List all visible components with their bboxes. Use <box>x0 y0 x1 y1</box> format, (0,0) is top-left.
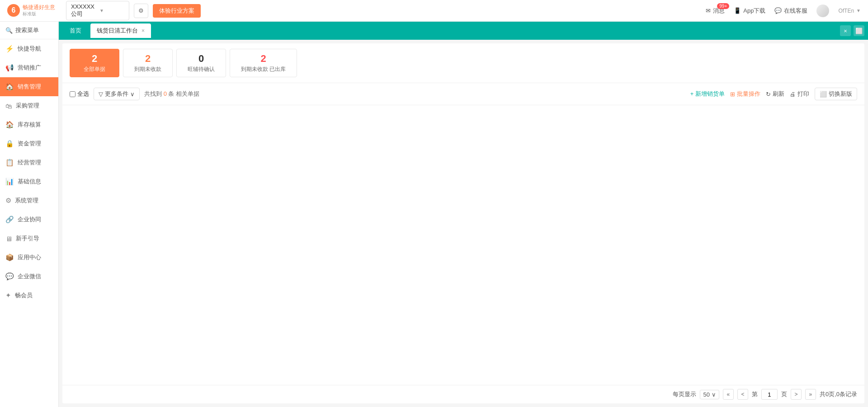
sidebar-item-app-center[interactable]: 📦 应用中心 <box>0 248 58 267</box>
sidebar-item-sales[interactable]: 🏠 销售管理 <box>0 77 58 96</box>
sidebar-item-guide[interactable]: 🖥 新手引导 <box>0 229 58 248</box>
app-download-action[interactable]: 📱 App下载 <box>734 7 765 15</box>
app-download-label: App下载 <box>743 7 765 15</box>
sidebar-label-member: 畅会员 <box>15 291 33 299</box>
filter-icon: ▽ <box>99 91 103 98</box>
page-input[interactable] <box>761 389 778 400</box>
sidebar-item-base-info[interactable]: 📊 基础信息 <box>0 172 58 191</box>
refresh-icon: ↻ <box>766 91 771 98</box>
header-right: ✉ 消息 99+ 📱 App下载 💬 在线客服 OfTEn ▼ <box>706 5 861 17</box>
sidebar-label-app-center: 应用中心 <box>18 253 41 262</box>
toolbar-right: + 新增销货单 ⊞ 批量操作 ↻ 刷新 🖨 打印 ⬜ <box>690 88 857 100</box>
result-text: 共找到 0 条 相关单据 <box>144 90 199 98</box>
tab-close-btn[interactable]: × <box>142 28 145 34</box>
online-service-action[interactable]: 💬 在线客服 <box>774 7 807 15</box>
stat-label-overdue-shipped: 到期未收款 已出库 <box>241 65 286 73</box>
main-content: 首页 钱货日清工作台 × × ⬜ 2 全部单据 2 到期未收款 <box>59 22 868 407</box>
sidebar-item-quick-nav[interactable]: ⚡ 快捷导航 <box>0 39 58 58</box>
sidebar-label-inventory: 库存核算 <box>18 121 41 129</box>
prev-page-btn[interactable]: < <box>737 389 748 400</box>
filter-arrow-icon: ∨ <box>130 91 135 98</box>
sidebar-label-quick-nav: 快捷导航 <box>18 45 41 53</box>
stat-label-pending: 旺辅待确认 <box>188 65 215 73</box>
sidebar-item-system[interactable]: ⚙ 系统管理 <box>0 191 58 210</box>
page-size-value: 50 <box>703 391 709 398</box>
sidebar-item-inventory[interactable]: 🏠 库存核算 <box>0 115 58 134</box>
message-action[interactable]: ✉ 消息 99+ <box>706 7 725 15</box>
sidebar-item-operations[interactable]: 📋 经营管理 <box>0 153 58 172</box>
industry-btn[interactable]: 体验行业方案 <box>153 4 201 18</box>
stat-card-overdue[interactable]: 2 到期未收款 <box>123 49 173 77</box>
stats-row: 2 全部单据 2 到期未收款 0 旺辅待确认 2 到期未收款 已出库 <box>62 43 864 83</box>
refresh-btn[interactable]: ↻ 刷新 <box>766 90 784 98</box>
batch-ops-btn[interactable]: ⊞ 批量操作 <box>730 90 760 98</box>
member-icon: ✦ <box>5 291 11 299</box>
result-unit: 条 <box>168 90 174 97</box>
sidebar-item-marketing[interactable]: 📢 营销推广 <box>0 58 58 77</box>
tab-actions: × ⬜ <box>840 25 864 36</box>
sidebar-item-member[interactable]: ✦ 畅会员 <box>0 286 58 305</box>
content-area: 2 全部单据 2 到期未收款 0 旺辅待确认 2 到期未收款 已出库 <box>62 43 864 403</box>
username-area[interactable]: OfTEn ▼ <box>838 8 861 14</box>
stat-label-overdue: 到期未收款 <box>134 65 161 73</box>
sidebar-label-operations: 经营管理 <box>18 159 41 167</box>
sidebar-label-marketing: 营销推广 <box>18 64 41 72</box>
system-icon: ⚙ <box>5 196 11 205</box>
sidebar-label-base-info: 基础信息 <box>18 178 41 186</box>
first-page-btn[interactable]: « <box>723 389 734 400</box>
gear-icon: ⚙ <box>138 7 144 14</box>
stat-card-all[interactable]: 2 全部单据 <box>70 49 119 77</box>
page-label: 第 <box>752 390 758 398</box>
total-info: 共0页,0条记录 <box>820 390 857 398</box>
sidebar-label-finance: 资金管理 <box>18 140 41 148</box>
next-page-btn[interactable]: > <box>791 389 802 400</box>
sidebar-item-purchase[interactable]: 🛍 采购管理 <box>0 96 58 115</box>
stat-number-overdue: 2 <box>145 53 151 65</box>
sidebar-item-coop[interactable]: 🔗 企业协同 <box>0 210 58 229</box>
switch-version-btn[interactable]: ⬜ 切换新版 <box>815 88 857 100</box>
sidebar-label-wechat: 企业微信 <box>18 272 41 281</box>
sidebar-search-label: 搜索菜单 <box>15 26 39 34</box>
tab-home[interactable]: 首页 <box>62 22 89 40</box>
settings-button[interactable]: ⚙ <box>134 4 148 18</box>
stat-number-all: 2 <box>92 53 97 65</box>
select-all-input[interactable] <box>70 91 75 97</box>
first-page-icon: « <box>727 391 730 398</box>
print-icon: 🖨 <box>790 91 796 98</box>
new-sales-btn[interactable]: + 新增销货单 <box>690 90 725 98</box>
last-page-btn[interactable]: » <box>805 389 816 400</box>
tab-close-window-btn[interactable]: × <box>840 25 851 36</box>
sidebar-label-guide: 新手引导 <box>16 234 39 243</box>
new-sales-label: + 新增销货单 <box>690 90 725 98</box>
username-text: OfTEn <box>838 8 854 14</box>
select-all-label: 全选 <box>77 90 89 98</box>
company-selector[interactable]: XXXXXX公司 ▼ <box>66 1 129 20</box>
sidebar-search[interactable]: 🔍 搜索菜单 <box>0 22 58 39</box>
batch-label: 批量操作 <box>737 90 760 98</box>
company-arrow-icon: ▼ <box>99 8 124 13</box>
page-size-arrow: ∨ <box>712 391 716 398</box>
tab-active[interactable]: 钱货日清工作台 × <box>90 23 151 38</box>
sidebar-item-finance[interactable]: 🔒 资金管理 <box>0 134 58 153</box>
filter-button[interactable]: ▽ 更多条件 ∨ <box>94 88 140 100</box>
operations-icon: 📋 <box>5 159 14 167</box>
stat-card-overdue-shipped[interactable]: 2 到期未收款 已出库 <box>230 49 297 77</box>
tab-expand-btn[interactable]: ⬜ <box>854 25 864 36</box>
sidebar-label-sales: 销售管理 <box>18 83 41 91</box>
logo-icon: 6 <box>7 4 20 17</box>
pagination-bar: 每页显示 50 ∨ « < 第 页 > » <box>62 385 864 403</box>
refresh-label: 刷新 <box>773 90 784 98</box>
page-size-label: 每页显示 <box>673 390 696 398</box>
sidebar: 🔍 搜索菜单 ⚡ 快捷导航 📢 营销推广 🏠 销售管理 🛍 采购管理 🏠 库存核… <box>0 22 59 407</box>
avatar[interactable] <box>816 5 829 17</box>
select-all-checkbox[interactable]: 全选 <box>70 90 89 98</box>
service-icon: 💬 <box>774 7 782 14</box>
page-size-select[interactable]: 50 ∨ <box>700 390 719 399</box>
stat-card-pending[interactable]: 0 旺辅待确认 <box>176 49 226 77</box>
search-icon: 🔍 <box>5 27 13 34</box>
print-btn[interactable]: 🖨 打印 <box>790 90 809 98</box>
toolbar: 全选 ▽ 更多条件 ∨ 共找到 0 条 相关单据 + 新增销货单 <box>62 83 864 105</box>
sidebar-item-wechat[interactable]: 💬 企业微信 <box>0 267 58 286</box>
finance-icon: 🔒 <box>5 140 14 148</box>
stat-label-all: 全部单据 <box>84 65 105 73</box>
